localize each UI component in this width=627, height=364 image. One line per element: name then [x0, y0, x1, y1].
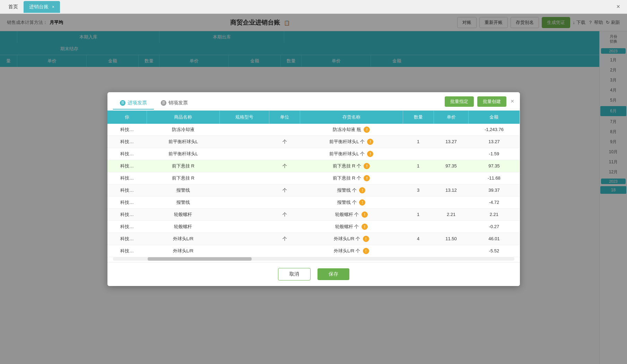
- cell-unit-price: 2.21: [434, 208, 469, 220]
- cell-spec: [219, 196, 269, 208]
- cell-unit-price: 13.12: [434, 184, 469, 196]
- batch-create-button[interactable]: 批量创建: [477, 96, 506, 107]
- cell-stock-name: 轮毂螺杆 个 !: [300, 220, 403, 233]
- cell-stock-name: 外球头L/R 个 !: [300, 245, 403, 257]
- cell-amount: 97.35: [469, 160, 520, 172]
- save-button[interactable]: 保存: [317, 268, 349, 280]
- cell-qty: 4: [403, 233, 434, 245]
- cell-unit: [269, 124, 300, 136]
- tab-bar: 首页 进销台账 × ×: [0, 0, 627, 14]
- modal-dialog: 票 进项发票 票 销项发票 批量指定 批量创建 ×: [107, 92, 520, 286]
- cell-company: 科技…: [107, 245, 147, 257]
- cell-product-name: 前下悬挂 R: [147, 160, 220, 172]
- cell-product-name: 前平衡杆球头L: [147, 136, 220, 148]
- table-row[interactable]: 科技… 前平衡杆球头L 个 前平衡杆球头L 个 ! 1 13.27 13.27: [107, 136, 520, 148]
- main-area: 销售成本计算方法： 月平均 商贸企业进销台账 📋 对账 重新开账 存货别名 生成…: [0, 14, 627, 364]
- cell-product-name: 前平衡杆球头L: [147, 148, 220, 160]
- incoming-invoice-icon: 票: [120, 100, 125, 106]
- cell-stock-name: 前平衡杆球头L 个 !: [300, 148, 403, 160]
- cell-amount: 46.01: [469, 233, 520, 245]
- table-row[interactable]: 科技… 防冻冷却液 防冻冷却液 瓶 ! -1,243.76: [107, 124, 520, 136]
- cell-product-name: 前下悬挂 R: [147, 172, 220, 184]
- tab-outgoing-invoice[interactable]: 票 销项发票: [154, 97, 195, 110]
- cell-unit-price: 11.50: [434, 233, 469, 245]
- col-unit-price: 单价: [434, 111, 469, 124]
- table-row[interactable]: 科技… 报警线 个 报警线 个 ! 3 13.12 39.37: [107, 184, 520, 196]
- cell-qty: [403, 124, 434, 136]
- warn-icon: !: [362, 224, 368, 230]
- cell-company: 科技…: [107, 172, 147, 184]
- cell-unit: 个: [269, 184, 300, 196]
- cell-spec: [219, 184, 269, 196]
- window-close-button[interactable]: ×: [612, 3, 624, 10]
- warn-icon: !: [363, 248, 369, 254]
- modal-footer: 取消 保存: [107, 262, 520, 286]
- cell-unit: [269, 172, 300, 184]
- warn-icon: !: [363, 236, 369, 242]
- cell-unit: 个: [269, 136, 300, 148]
- cell-company: 科技…: [107, 233, 147, 245]
- cell-stock-name: 前下悬挂 R 个 !: [300, 160, 403, 172]
- cell-company: 科技…: [107, 124, 147, 136]
- cell-stock-name: 报警线 个 !: [300, 184, 403, 196]
- warn-icon: !: [367, 151, 373, 157]
- cell-unit: 个: [269, 233, 300, 245]
- cell-product-name: 外球头L/R: [147, 233, 220, 245]
- modal-header-actions: 批量指定 批量创建: [445, 96, 506, 110]
- cell-unit-price: [434, 172, 469, 184]
- cell-amount: -11.68: [469, 172, 520, 184]
- table-row[interactable]: 科技… 前平衡杆球头L 前平衡杆球头L 个 ! -1.59: [107, 148, 520, 160]
- cell-qty: 1: [403, 208, 434, 220]
- cell-unit-price: 13.27: [434, 136, 469, 148]
- modal-tabs: 票 进项发票 票 销项发票: [113, 97, 445, 110]
- tab-incoming-invoice[interactable]: 票 进项发票: [113, 97, 154, 110]
- batch-assign-button[interactable]: 批量指定: [445, 96, 474, 107]
- table-row[interactable]: 科技… 前下悬挂 R 个 前下悬挂 R 个 ! 1 97.35 97.35: [107, 160, 520, 172]
- cell-company: 科技…: [107, 220, 147, 233]
- cell-stock-name: 前下悬挂 R 个 !: [300, 172, 403, 184]
- cell-stock-name: 轮毂螺杆 个 !: [300, 208, 403, 220]
- cell-spec: [219, 148, 269, 160]
- modal-body: 你 商品名称 规格型号 单位 存货名称 数量 单价 金额 科技… 防冻冷却液: [107, 111, 520, 257]
- col-spec: 规格型号: [219, 111, 269, 124]
- cell-unit-price: [434, 245, 469, 257]
- table-row[interactable]: 科技… 前下悬挂 R 前下悬挂 R 个 ! -11.68: [107, 172, 520, 184]
- table-row[interactable]: 科技… 轮毂螺杆 轮毂螺杆 个 ! -0.27: [107, 220, 520, 233]
- cell-amount: -0.27: [469, 220, 520, 233]
- modal-close-button[interactable]: ×: [511, 98, 514, 109]
- cell-spec: [219, 245, 269, 257]
- cell-spec: [219, 233, 269, 245]
- tab-home[interactable]: 首页: [3, 1, 24, 13]
- warn-icon: !: [364, 175, 370, 181]
- cell-product-name: 报警线: [147, 184, 220, 196]
- cell-unit: [269, 196, 300, 208]
- cell-unit: [269, 245, 300, 257]
- cell-product-name: 报警线: [147, 196, 220, 208]
- cell-unit-price: [434, 220, 469, 233]
- cell-spec: [219, 136, 269, 148]
- cell-company: 科技…: [107, 160, 147, 172]
- table-row[interactable]: 科技… 外球头L/R 个 外球头L/R 个 ! 4 11.50 46.01: [107, 233, 520, 245]
- cell-amount: -1.59: [469, 148, 520, 160]
- cell-qty: [403, 148, 434, 160]
- cell-stock-name: 报警线 个 !: [300, 196, 403, 208]
- tab-close-icon[interactable]: ×: [52, 5, 54, 9]
- outgoing-invoice-icon: 票: [161, 100, 166, 106]
- table-row[interactable]: 科技… 报警线 报警线 个 ! -4.72: [107, 196, 520, 208]
- table-row[interactable]: 科技… 轮毂螺杆 个 轮毂螺杆 个 ! 1 2.21 2.21: [107, 208, 520, 220]
- col-amount: 金额: [469, 111, 520, 124]
- tab-ledger[interactable]: 进销台账 ×: [24, 1, 60, 13]
- cell-product-name: 防冻冷却液: [147, 124, 220, 136]
- modal-header: 票 进项发票 票 销项发票 批量指定 批量创建 ×: [107, 92, 520, 111]
- table-row[interactable]: 科技… 外球头L/R 外球头L/R 个 ! -5.52: [107, 245, 520, 257]
- cell-unit-price: [434, 124, 469, 136]
- modal-overlay: 票 进项发票 票 销项发票 批量指定 批量创建 ×: [0, 14, 627, 364]
- cancel-button[interactable]: 取消: [278, 268, 311, 280]
- cell-unit-price: [434, 148, 469, 160]
- cell-amount: 39.37: [469, 184, 520, 196]
- cell-company: 科技…: [107, 184, 147, 196]
- cell-amount: 2.21: [469, 208, 520, 220]
- col-unit: 单位: [269, 111, 300, 124]
- scrollbar-thumb[interactable]: [148, 257, 252, 261]
- horizontal-scrollbar[interactable]: [113, 257, 514, 261]
